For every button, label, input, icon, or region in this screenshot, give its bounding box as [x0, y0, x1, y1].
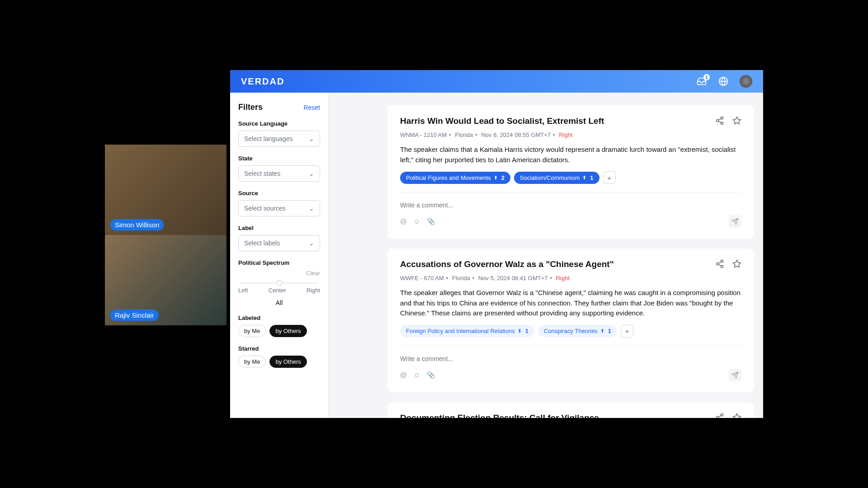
location: Florida: [455, 131, 473, 138]
svg-point-18: [721, 413, 723, 416]
comment-box: @ ☺ 📎: [400, 192, 741, 228]
user-avatar[interactable]: [740, 75, 752, 88]
starred-by-others-pill[interactable]: by Others: [269, 356, 307, 368]
starred-by-me-pill[interactable]: by Me: [238, 356, 266, 368]
spectrum-all-label: All: [238, 299, 320, 306]
tag-count: 1: [608, 328, 611, 334]
star-icon[interactable]: [732, 116, 741, 125]
state-select[interactable]: Select states ⌄: [238, 165, 320, 182]
send-button[interactable]: [729, 215, 741, 228]
card-title[interactable]: Harris Win Would Lead to Socialist, Extr…: [400, 116, 715, 126]
labeled-by-others-pill[interactable]: by Others: [269, 325, 307, 337]
filters-title: Filters: [238, 103, 263, 112]
tag-count: 1: [525, 328, 528, 334]
political-lean: Right: [556, 275, 570, 282]
filter-label-state: State: [238, 155, 320, 162]
filter-label-source: Source: [238, 190, 320, 197]
svg-point-4: [721, 122, 723, 124]
label-select[interactable]: Select labels ⌄: [238, 235, 320, 251]
location: Florida: [452, 275, 470, 282]
reset-button[interactable]: Reset: [303, 104, 320, 111]
comment-box: @ ☺ 📎: [400, 346, 741, 381]
video-tile-1[interactable]: Simon Willison: [105, 145, 226, 235]
date: Nov 5, 2024 08:41 GMT+7: [478, 275, 548, 282]
result-list: Harris Win Would Lead to Socialist, Extr…: [329, 93, 763, 418]
result-card: Documenting Election Results: Call for V…: [387, 402, 754, 418]
inbox-icon[interactable]: 1: [696, 76, 707, 87]
result-card: Harris Win Would Lead to Socialist, Extr…: [387, 105, 754, 239]
svg-point-2: [721, 117, 723, 119]
tag-count: 1: [590, 174, 593, 181]
filter-label-labeled: Labeled: [238, 314, 320, 321]
political-lean: Right: [559, 131, 572, 138]
topic-tag[interactable]: Foreign Policy and International Relatio…: [400, 325, 534, 337]
upvote-icon: ⬆: [518, 328, 522, 334]
slider-thumb[interactable]: [277, 280, 282, 286]
emoji-icon[interactable]: ☺: [413, 371, 420, 379]
filters-sidebar: Filters Reset Source Language Select lan…: [230, 93, 329, 418]
upvote-icon: ⬆: [494, 175, 498, 181]
topic-tag[interactable]: Conspiracy Theories ⬆ 1: [538, 325, 617, 337]
svg-marker-23: [733, 413, 741, 418]
mention-icon[interactable]: @: [400, 217, 407, 225]
svg-line-6: [718, 118, 721, 120]
comment-input[interactable]: [400, 352, 741, 365]
app-window: VERDAD 1 Filters Reset Source Lan: [230, 70, 763, 418]
card-title[interactable]: Accusations of Governor Walz as a "Chine…: [400, 259, 715, 269]
filter-label-starred: Starred: [238, 345, 320, 352]
filter-label-spectrum: Political Spectrum: [238, 259, 320, 266]
topic-tag[interactable]: Socialism/Communism ⬆ 1: [514, 172, 599, 184]
share-icon[interactable]: [715, 116, 724, 125]
card-meta: WNMA - 1210 AM• Florida• Nov 6, 2024 08:…: [400, 131, 741, 138]
card-body: The speaker alleges that Governor Walz i…: [400, 288, 741, 319]
tag-count: 2: [501, 174, 505, 181]
station: WWFE - 670 AM: [400, 275, 444, 282]
share-icon[interactable]: [715, 259, 724, 268]
slider-tick-right: Right: [307, 287, 320, 294]
mention-icon[interactable]: @: [400, 371, 407, 379]
chevron-down-icon: ⌄: [309, 170, 314, 177]
share-icon[interactable]: [715, 413, 724, 418]
globe-icon[interactable]: [718, 76, 729, 87]
emoji-icon[interactable]: ☺: [413, 217, 420, 225]
attach-icon[interactable]: 📎: [427, 371, 435, 379]
topic-tag[interactable]: Political Figures and Movements ⬆ 2: [400, 172, 510, 184]
topbar: VERDAD 1: [230, 70, 763, 93]
brand-logo[interactable]: VERDAD: [241, 76, 284, 87]
notification-badge: 1: [703, 74, 710, 80]
card-title[interactable]: Documenting Election Results: Call for V…: [400, 413, 715, 418]
participant-name: Rajiv Sinclair: [110, 310, 159, 321]
svg-point-19: [717, 416, 719, 418]
comment-input[interactable]: [400, 199, 741, 211]
filter-label-language: Source Language: [238, 120, 320, 127]
svg-line-13: [718, 264, 721, 266]
station: WNMA - 1210 AM: [400, 131, 447, 138]
language-select[interactable]: Select languages ⌄: [238, 131, 320, 147]
attach-icon[interactable]: 📎: [427, 217, 435, 225]
star-icon[interactable]: [732, 413, 741, 418]
date: Nov 6, 2024 08:55 GMT+7: [481, 131, 551, 138]
slider-tick-left: Left: [238, 287, 248, 294]
spectrum-slider[interactable]: [240, 283, 318, 283]
labeled-by-me-pill[interactable]: by Me: [238, 325, 266, 337]
card-meta: WWFE - 670 AM• Florida• Nov 5, 2024 08:4…: [400, 275, 741, 282]
upvote-icon: ⬆: [582, 175, 586, 181]
filter-label-label: Label: [238, 225, 320, 231]
svg-marker-7: [733, 117, 741, 124]
add-tag-button[interactable]: +: [603, 171, 616, 184]
add-tag-button[interactable]: +: [621, 325, 633, 338]
svg-marker-15: [733, 260, 741, 267]
chevron-down-icon: ⌄: [309, 135, 314, 142]
slider-tick-center: Center: [269, 287, 286, 294]
participant-name: Simon Willison: [110, 219, 164, 230]
star-icon[interactable]: [732, 259, 741, 268]
clear-spectrum-button[interactable]: Clear: [238, 270, 320, 277]
svg-line-14: [718, 262, 721, 263]
svg-line-5: [718, 121, 721, 122]
card-body: The speaker claims that a Kamala Harris …: [400, 145, 741, 165]
chevron-down-icon: ⌄: [309, 239, 314, 247]
send-button[interactable]: [729, 369, 741, 381]
svg-point-12: [721, 265, 723, 267]
video-tile-2[interactable]: Rajiv Sinclair: [105, 235, 226, 325]
source-select[interactable]: Select sources ⌄: [238, 200, 320, 216]
